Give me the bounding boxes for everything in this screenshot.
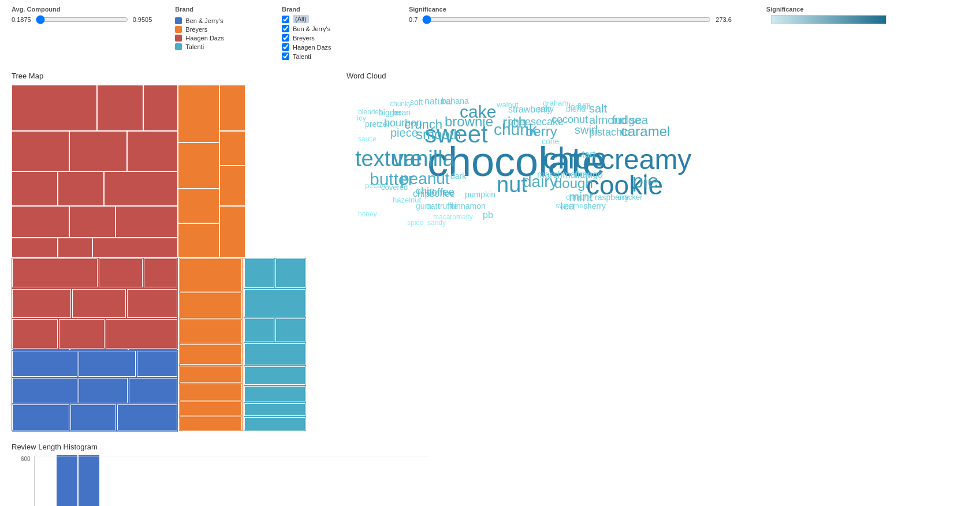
svg-rect-4 [69, 131, 127, 171]
y-label-600: 600 [21, 456, 31, 462]
left-panel: Tree Map [12, 66, 323, 506]
svg-rect-14 [92, 238, 178, 258]
histogram-section: Review Length Histogram Number of Review… [12, 443, 323, 506]
word-cloud-word: pumpkin [465, 190, 495, 199]
bar-group [79, 455, 99, 506]
brand-filter-item[interactable]: (All) [282, 15, 374, 23]
top-controls: Avg. Compound 0.1875 0.9505 Brand Ben & … [0, 0, 980, 66]
word-cloud-word: dark [450, 171, 466, 181]
word-cloud-word: crunchy [566, 193, 593, 201]
word-cloud-word: soft [410, 98, 423, 107]
word-cloud-word: bourbon [384, 117, 422, 129]
avg-compound-slider[interactable] [36, 15, 128, 24]
brand-filter-item[interactable]: Ben & Jerry's [282, 25, 374, 32]
legend-item: Breyers [175, 26, 224, 33]
word-cloud-word: texture [355, 147, 422, 171]
word-cloud-word: pretzel [365, 119, 389, 129]
legend-item: Talenti [175, 43, 224, 50]
bar-segment [79, 455, 99, 506]
right-panel: Word Cloud chocolatechoccreamyvanillacoo… [335, 66, 968, 506]
svg-rect-13 [58, 238, 92, 258]
legend-item: Haagen Dazs [175, 35, 224, 42]
svg-rect-3 [12, 131, 69, 171]
svg-rect-7 [58, 171, 104, 206]
brand-filter-item[interactable]: Talenti [282, 53, 374, 60]
word-cloud-word: honey [358, 210, 377, 218]
word-cloud: chocolatechoccreamyvanillacookiesweettex… [346, 92, 762, 242]
word-cloud-word: banana [442, 96, 469, 106]
brand-legend-label: Brand [175, 6, 224, 13]
wordcloud-title: Word Cloud [346, 72, 968, 80]
histogram-title: Review Length Histogram [12, 443, 323, 451]
word-cloud-word: pistachio [589, 126, 630, 138]
svg-rect-0 [12, 85, 97, 131]
svg-rect-2 [143, 85, 178, 131]
significance-slider-min: 0.7 [409, 16, 418, 23]
word-cloud-word: cheesecake [508, 116, 564, 128]
svg-rect-12 [12, 238, 58, 258]
main-area: Tree Map [0, 66, 980, 506]
brand-filter-label: Brand [282, 6, 374, 13]
svg-rect-8 [104, 171, 178, 206]
svg-rect-11 [115, 206, 178, 238]
treemap-proper [12, 258, 306, 431]
avg-compound-max: 0.9505 [133, 16, 152, 23]
bar-group [57, 455, 77, 506]
significance-label: Significance [409, 6, 732, 13]
brand-filter-item[interactable]: Breyers [282, 34, 374, 42]
word-cloud-word: cracker [618, 193, 643, 201]
word-cloud-word: sandy [427, 219, 446, 227]
histogram-chart [34, 456, 430, 506]
legend-item: Ben & Jerry's [175, 17, 224, 24]
word-cloud-word: sweetness [556, 201, 591, 210]
bar-segment [57, 455, 77, 506]
treemap-title: Tree Map [12, 72, 323, 80]
word-cloud-word: pie [632, 170, 658, 192]
svg-rect-20 [219, 131, 245, 166]
word-cloud-word: pb [483, 210, 493, 220]
svg-rect-6 [12, 171, 58, 206]
svg-rect-18 [178, 223, 219, 258]
svg-rect-17 [178, 189, 219, 223]
word-cloud-word: chunky [390, 100, 412, 108]
word-cloud-word: truffle [438, 201, 458, 211]
significance-slider-max: 273.6 [716, 16, 732, 23]
svg-rect-1 [97, 85, 143, 131]
word-cloud-word: marshmallow [537, 170, 591, 180]
treemap [12, 85, 306, 258]
word-cloud-word: sauce [358, 135, 377, 143]
brand-legend: Brand Ben & Jerry'sBreyersHaagen DazsTal… [175, 6, 224, 50]
word-cloud-word: cone [542, 137, 559, 146]
avg-compound-control: Avg. Compound 0.1875 0.9505 [12, 6, 152, 24]
svg-rect-19 [219, 85, 245, 131]
word-cloud-word: malty [456, 213, 473, 221]
svg-rect-5 [127, 131, 178, 171]
brand-filter: Brand (All)Ben & Jerry'sBreyersHaagen Da… [282, 6, 374, 60]
word-cloud-word: graham [543, 99, 568, 107]
svg-rect-15 [178, 85, 219, 143]
significance-color-scale: Significance [766, 6, 891, 24]
significance-control: Significance 0.7 273.6 [409, 6, 732, 24]
word-cloud-word: pecan [365, 181, 385, 190]
brand-filter-item[interactable]: Haagen Dazs [282, 43, 374, 51]
svg-rect-22 [219, 206, 245, 258]
significance-gradient-bar [771, 15, 886, 24]
svg-rect-21 [219, 166, 245, 206]
word-cloud-word: sea [629, 114, 648, 127]
word-cloud-word: walnut [497, 100, 519, 109]
avg-compound-min: 0.1875 [12, 16, 31, 23]
word-cloud-word: icy [357, 114, 366, 122]
significance-scale-label: Significance [766, 6, 891, 13]
svg-rect-16 [178, 143, 219, 189]
svg-rect-10 [69, 206, 115, 238]
word-cloud-word: spice [407, 219, 423, 227]
word-cloud-word: rum [577, 100, 590, 109]
word-cloud-word: tart [582, 149, 595, 160]
avg-compound-label: Avg. Compound [12, 6, 152, 13]
word-cloud-word: salt [589, 102, 607, 115]
word-cloud-word: hazelnut [393, 196, 421, 204]
svg-rect-9 [12, 206, 69, 238]
significance-slider[interactable] [422, 15, 711, 24]
